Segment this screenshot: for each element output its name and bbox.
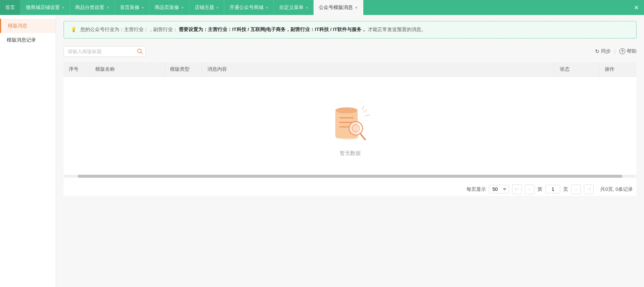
notice-highlight: 需要设置为：主营行业：IT科技 / 互联网|电子商务，副营行业：IT科技 / I… — [179, 27, 366, 32]
nav-close-open-mall[interactable]: × — [266, 5, 268, 10]
nav-item-product-category[interactable]: 商品分类设置 × — [70, 0, 114, 15]
search-input-wrap — [64, 46, 146, 57]
empty-state-icon — [328, 99, 373, 144]
notice-suffix: 才能正常发送预置的消息。 — [368, 27, 426, 32]
nav-label-custom-menu: 自定义菜单 — [279, 4, 303, 11]
nav-item-custom-menu[interactable]: 自定义菜单 × — [274, 0, 314, 15]
page-prefix: 第 — [537, 186, 542, 193]
top-navbar: 首页 微商城店铺设置 × 商品分类设置 × 首页装修 × 商品页装修 × 店铺主… — [0, 0, 644, 15]
page-suffix: 页 — [563, 186, 568, 193]
notice-banner: 💡 您的公众号行业为：主营行业：，副营行业： 需要设置为：主营行业：IT科技 /… — [64, 21, 637, 39]
nav-label-home: 首页 — [5, 4, 15, 11]
nav-label-template-msg: 公众号模版消息 — [319, 4, 353, 11]
svg-line-1 — [141, 52, 142, 54]
search-bar: ↻ 同步 | ? 帮助 — [64, 46, 637, 57]
notice-prefix: 您的公众号行业为：主营行业：，副营行业： — [80, 27, 178, 32]
nav-item-shop-theme[interactable]: 店铺主题 × — [189, 0, 224, 15]
col-header-content: 消息内容 — [202, 62, 554, 77]
nav-label-weishop: 微商城店铺设置 — [26, 4, 60, 11]
nav-label-product-decor: 商品页装修 — [155, 4, 179, 11]
first-page-button[interactable]: ⊢ — [512, 184, 522, 194]
svg-point-10 — [352, 125, 360, 132]
svg-line-11 — [363, 110, 367, 112]
col-header-type: 模版类型 — [164, 62, 202, 77]
nav-close-template-msg[interactable]: × — [355, 5, 357, 10]
nav-close-home-decor[interactable]: × — [142, 5, 144, 10]
svg-line-12 — [365, 115, 370, 116]
col-header-name: 模版名称 — [90, 62, 164, 77]
prev-page-button[interactable]: ‹ — [525, 184, 534, 194]
search-input[interactable] — [64, 46, 146, 57]
toolbar-right: ↻ 同步 | ? 帮助 — [595, 48, 637, 55]
pagination: 每页显示 10 20 50 100 ⊢ ‹ 第 页 › ⊣ 共0页, 0条记录 — [64, 181, 637, 196]
main-content: 💡 您的公众号行业为：主营行业：，副营行业： 需要设置为：主营行业：IT科技 /… — [56, 15, 644, 287]
close-all-icon: ✕ — [634, 4, 639, 11]
nav-label-open-mall: 开通公众号商城 — [229, 4, 264, 11]
total-label: 共0页, 0条记录 — [600, 186, 633, 193]
last-page-button[interactable]: ⊣ — [584, 184, 594, 194]
sidebar-label-template-records: 模版消息记录 — [7, 37, 36, 43]
sync-button[interactable]: ↻ 同步 — [595, 48, 611, 55]
per-page-select[interactable]: 10 20 50 100 — [489, 185, 509, 193]
nav-item-home-decor[interactable]: 首页装修 × — [115, 0, 150, 15]
horizontal-scrollbar[interactable] — [64, 175, 637, 178]
sidebar-item-template-msg[interactable]: 模版消息 — [0, 19, 56, 33]
nav-label-shop-theme: 店铺主题 — [195, 4, 214, 11]
table-header-row: 序号 模版名称 模版类型 消息内容 状态 操作 — [64, 62, 637, 77]
sync-label: 同步 — [601, 48, 611, 55]
toolbar-divider: | — [614, 49, 616, 54]
col-header-action: 操作 — [599, 62, 637, 77]
scrollbar-thumb — [78, 175, 622, 178]
nav-item-product-decor[interactable]: 商品页装修 × — [150, 0, 189, 15]
help-button[interactable]: ? 帮助 — [619, 48, 637, 55]
data-table: 序号 模版名称 模版类型 消息内容 状态 操作 — [64, 62, 637, 172]
nav-label-home-decor: 首页装修 — [120, 4, 139, 11]
nav-close-weishop[interactable]: × — [62, 5, 64, 10]
svg-line-13 — [363, 106, 364, 110]
notice-icon: 💡 — [71, 27, 77, 32]
per-page-label: 每页显示 — [466, 186, 486, 193]
nav-label-product-category: 商品分类设置 — [75, 4, 104, 11]
empty-cell: 暂无数据 — [64, 76, 637, 172]
search-button[interactable] — [137, 49, 143, 54]
nav-item-home[interactable]: 首页 — [0, 0, 21, 15]
empty-state: 暂无数据 — [64, 77, 637, 172]
col-header-seq: 序号 — [64, 62, 90, 77]
svg-point-4 — [335, 107, 358, 113]
nav-close-custom-menu[interactable]: × — [306, 5, 308, 10]
table-body: 暂无数据 — [64, 76, 637, 172]
close-all-tabs-button[interactable]: ✕ — [629, 0, 644, 15]
help-icon: ? — [619, 48, 625, 54]
nav-close-product-decor[interactable]: × — [181, 5, 184, 10]
data-table-container: 序号 模版名称 模版类型 消息内容 状态 操作 — [64, 62, 637, 196]
sync-icon: ↻ — [595, 48, 600, 54]
nav-item-open-mall[interactable]: 开通公众号商城 × — [224, 0, 274, 15]
sidebar-label-template-msg: 模版消息 — [8, 23, 27, 28]
next-page-button[interactable]: › — [571, 184, 581, 194]
main-layout: 模版消息 模版消息记录 💡 您的公众号行业为：主营行业：，副营行业： 需要设置为… — [0, 15, 644, 287]
nav-item-weishop[interactable]: 微商城店铺设置 × — [21, 0, 70, 15]
nav-item-template-msg[interactable]: 公众号模版消息 × — [314, 0, 363, 15]
search-icon — [137, 49, 143, 54]
nav-close-shop-theme[interactable]: × — [216, 5, 219, 10]
page-input[interactable] — [545, 185, 560, 193]
help-label: 帮助 — [627, 48, 637, 55]
sidebar: 模版消息 模版消息记录 — [0, 15, 56, 287]
col-header-status: 状态 — [554, 62, 599, 77]
empty-row: 暂无数据 — [64, 76, 637, 172]
sidebar-item-template-records[interactable]: 模版消息记录 — [0, 33, 56, 47]
empty-text: 暂无数据 — [340, 150, 361, 157]
nav-close-product-category[interactable]: × — [107, 5, 109, 10]
